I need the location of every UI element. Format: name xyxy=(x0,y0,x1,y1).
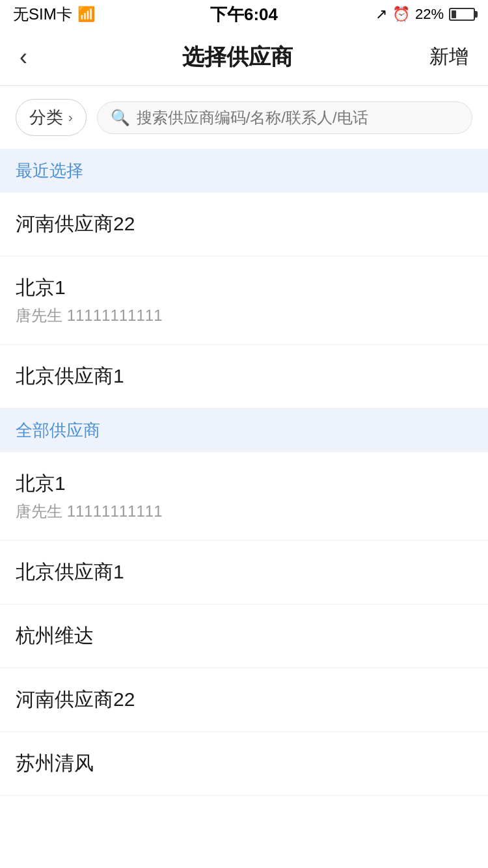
item-name: 杭州维达 xyxy=(16,623,472,649)
recent-section-header: 最近选择 xyxy=(0,149,488,193)
nav-bar: ‹ 选择供应商 新增 xyxy=(0,29,488,86)
recent-items-list: 河南供应商22 北京1 唐先生 11111111111 北京供应商1 xyxy=(0,193,488,409)
location-icon: ↗ xyxy=(375,6,387,23)
carrier-text: 无SIM卡 xyxy=(13,4,72,25)
chevron-right-icon: › xyxy=(68,110,73,125)
status-bar: 无SIM卡 📶 下午6:04 ↗ ⏰ 22% xyxy=(0,0,488,29)
item-name: 北京供应商1 xyxy=(16,363,472,390)
add-button[interactable]: 新增 xyxy=(416,44,468,70)
item-contact: 唐先生 11111111111 xyxy=(16,501,472,522)
search-icon: 🔍 xyxy=(111,109,130,127)
wifi-icon: 📶 xyxy=(77,6,95,23)
battery-indicator xyxy=(449,8,475,21)
item-name: 苏州清风 xyxy=(16,750,472,777)
all-item-0[interactable]: 北京1 唐先生 11111111111 xyxy=(0,452,488,541)
item-name: 北京供应商1 xyxy=(16,559,472,586)
battery-percent: 22% xyxy=(415,6,444,23)
search-bar[interactable]: 🔍 xyxy=(97,102,472,134)
recent-item-0[interactable]: 河南供应商22 xyxy=(0,193,488,256)
all-items-list: 北京1 唐先生 11111111111 北京供应商1 杭州维达 河南供应商22 … xyxy=(0,452,488,796)
item-name: 河南供应商22 xyxy=(16,686,472,713)
search-input[interactable] xyxy=(137,109,459,127)
item-name: 河南供应商22 xyxy=(16,211,472,237)
status-left: 无SIM卡 📶 xyxy=(13,4,95,25)
recent-item-2[interactable]: 北京供应商1 xyxy=(0,345,488,409)
all-item-2[interactable]: 杭州维达 xyxy=(0,604,488,668)
back-button[interactable]: ‹ xyxy=(20,44,59,71)
battery-body xyxy=(449,8,475,21)
category-filter[interactable]: 分类 › xyxy=(16,99,87,136)
status-right: ↗ ⏰ 22% xyxy=(375,6,475,23)
alarm-icon: ⏰ xyxy=(392,6,410,23)
item-name: 北京1 xyxy=(16,275,472,301)
all-item-4[interactable]: 苏州清风 xyxy=(0,732,488,796)
item-name: 北京1 xyxy=(16,470,472,497)
page-title: 选择供应商 xyxy=(182,42,293,72)
all-item-1[interactable]: 北京供应商1 xyxy=(0,541,488,604)
filter-bar: 分类 › 🔍 xyxy=(0,86,488,149)
item-contact: 唐先生 11111111111 xyxy=(16,305,472,326)
recent-item-1[interactable]: 北京1 唐先生 11111111111 xyxy=(0,256,488,345)
battery-fill xyxy=(452,10,456,18)
category-label: 分类 xyxy=(29,106,63,129)
recent-section-label: 最近选择 xyxy=(16,161,83,180)
status-time: 下午6:04 xyxy=(210,3,278,26)
all-section-label: 全部供应商 xyxy=(16,420,100,440)
all-section-header: 全部供应商 xyxy=(0,409,488,452)
all-item-3[interactable]: 河南供应商22 xyxy=(0,668,488,732)
